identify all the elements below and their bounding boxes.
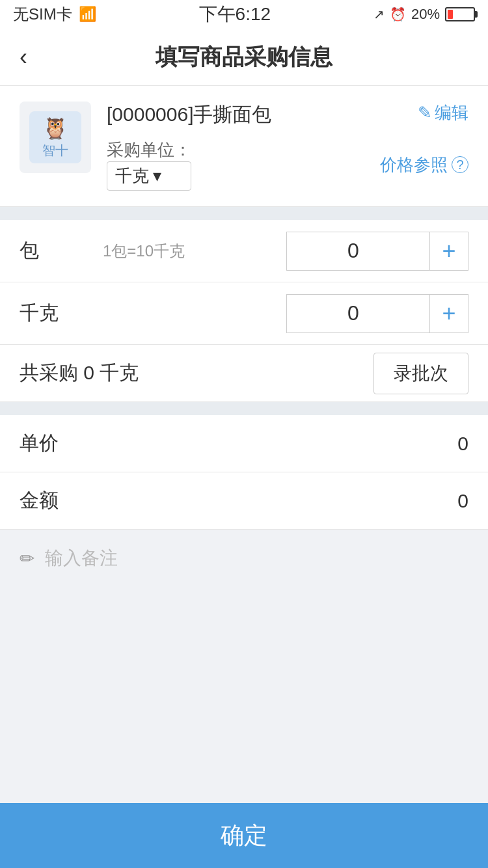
record-batch-button[interactable]: 录批次 <box>373 353 468 394</box>
status-bar: 无SIM卡 📶 下午6:12 ↗ ⏰ 20% <box>0 0 488 29</box>
bao-sublabel: 1包=10千克 <box>103 241 185 262</box>
section-separator-1 <box>0 207 488 220</box>
status-right: ↗ ⏰ 20% <box>373 6 475 23</box>
edit-icon: ✎ <box>418 103 432 123</box>
battery-percent: 20% <box>411 6 440 23</box>
status-left: 无SIM卡 📶 <box>13 4 96 25</box>
product-logo: 🦉 智十 <box>29 111 81 163</box>
kg-quantity-input[interactable] <box>286 294 429 333</box>
bao-quantity-controls: + <box>286 232 468 271</box>
battery-icon <box>445 7 475 21</box>
bao-plus-button[interactable]: + <box>429 232 468 271</box>
time-label: 下午6:12 <box>199 2 271 27</box>
unit-price-label: 单价 <box>20 430 59 457</box>
back-button[interactable]: ‹ <box>20 44 27 71</box>
unit-selector-group: 采购单位： 千克 ▾ <box>107 139 191 191</box>
unit-select[interactable]: 千克 ▾ <box>107 161 191 191</box>
amount-value: 0 <box>457 490 468 512</box>
owl-icon: 🦉 <box>42 116 68 141</box>
confirm-button[interactable]: 确定 <box>0 803 488 868</box>
section-separator-2 <box>0 402 488 415</box>
logo-text: 智十 <box>42 142 68 159</box>
product-header: [0000006]手撕面包 ✎ 编辑 <box>107 102 468 128</box>
product-info: [0000006]手撕面包 ✎ 编辑 采购单位： 千克 ▾ 价格参照 ? <box>107 102 468 191</box>
unit-label: 采购单位： <box>107 140 191 159</box>
kg-label: 千克 <box>20 300 98 327</box>
unit-price-row: 单价 0 <box>0 415 488 472</box>
pencil-icon: ✏ <box>20 548 34 569</box>
wifi-icon: 📶 <box>79 6 96 23</box>
page-title: 填写商品采购信息 <box>156 42 332 72</box>
quantity-row-kg: 千克 + <box>0 282 488 345</box>
kg-plus-button[interactable]: + <box>429 294 468 333</box>
help-icon: ? <box>452 156 468 173</box>
total-row: 共采购 0 千克 录批次 <box>0 345 488 402</box>
note-placeholder: 输入备注 <box>45 546 118 571</box>
total-label: 共采购 0 千克 <box>20 360 139 387</box>
product-image: 🦉 智十 <box>20 102 91 173</box>
alarm-icon: ⏰ <box>390 7 406 22</box>
note-section[interactable]: ✏ 输入备注 <box>0 530 488 587</box>
amount-label: 金额 <box>20 487 59 514</box>
bao-quantity-input[interactable] <box>286 232 429 271</box>
price-section: 单价 0 金额 0 <box>0 415 488 530</box>
product-unit-row: 采购单位： 千克 ▾ 价格参照 ? <box>107 139 468 191</box>
price-ref-button[interactable]: 价格参照 ? <box>380 154 468 176</box>
empty-space <box>0 587 488 782</box>
unit-price-value: 0 <box>457 433 468 455</box>
nav-bar: ‹ 填写商品采购信息 <box>0 29 488 86</box>
quantity-section: 包 1包=10千克 + 千克 + <box>0 220 488 345</box>
product-card: 🦉 智十 [0000006]手撕面包 ✎ 编辑 采购单位： 千克 ▾ 价格参照 <box>0 86 488 207</box>
location-icon: ↗ <box>373 7 385 22</box>
kg-quantity-controls: + <box>286 294 468 333</box>
carrier-label: 无SIM卡 <box>13 4 72 25</box>
chevron-down-icon: ▾ <box>153 166 161 186</box>
bao-label: 包 <box>20 237 98 264</box>
quantity-row-bao: 包 1包=10千克 + <box>0 220 488 282</box>
amount-row: 金额 0 <box>0 472 488 530</box>
edit-button[interactable]: ✎ 编辑 <box>418 102 468 124</box>
product-name: [0000006]手撕面包 <box>107 102 271 128</box>
